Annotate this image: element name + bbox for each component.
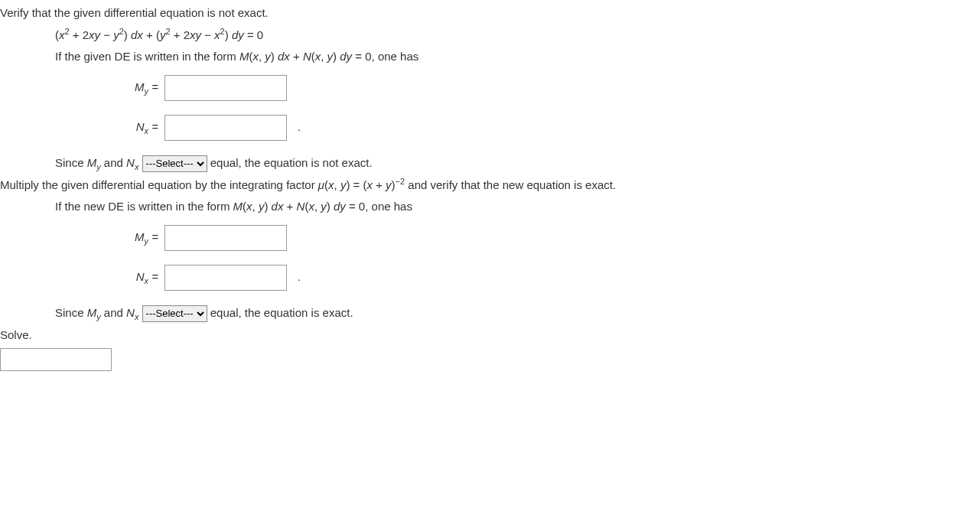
select-equal-1[interactable]: ---Select--- <box>142 155 207 172</box>
period-2: . <box>298 269 301 286</box>
differential-equation: (x2 + 2xy − y2) dx + (y2 + 2xy − x2) dy … <box>0 27 980 44</box>
since-suffix-2: equal, the equation is exact. <box>210 306 353 319</box>
problem-title: Verify that the given differential equat… <box>0 5 980 22</box>
form-description-1: If the given DE is written in the form M… <box>0 48 980 66</box>
solve-input[interactable] <box>0 348 112 371</box>
period-1: . <box>298 119 301 136</box>
nx-label-1: Nx = <box>126 119 158 136</box>
since-line-1: Since My and Nx ---Select--- equal, the … <box>0 155 980 172</box>
since-suffix-1: equal, the equation is not exact. <box>210 156 373 169</box>
nx-label-2: Nx = <box>126 269 158 286</box>
my-input-2[interactable] <box>164 225 287 251</box>
my-label-2: My = <box>126 229 158 246</box>
my-input-1[interactable] <box>164 75 287 101</box>
nx-input-1[interactable] <box>164 115 287 141</box>
my-label-1: My = <box>126 79 158 96</box>
solve-label: Solve. <box>0 327 980 344</box>
select-equal-2[interactable]: ---Select--- <box>142 305 207 322</box>
since-line-2: Since My and Nx ---Select--- equal, the … <box>0 305 980 322</box>
nx-input-2[interactable] <box>164 265 287 291</box>
multiply-instruction: Multiply the given differential equation… <box>0 177 980 194</box>
form-description-2: If the new DE is written in the form M(x… <box>0 198 980 216</box>
